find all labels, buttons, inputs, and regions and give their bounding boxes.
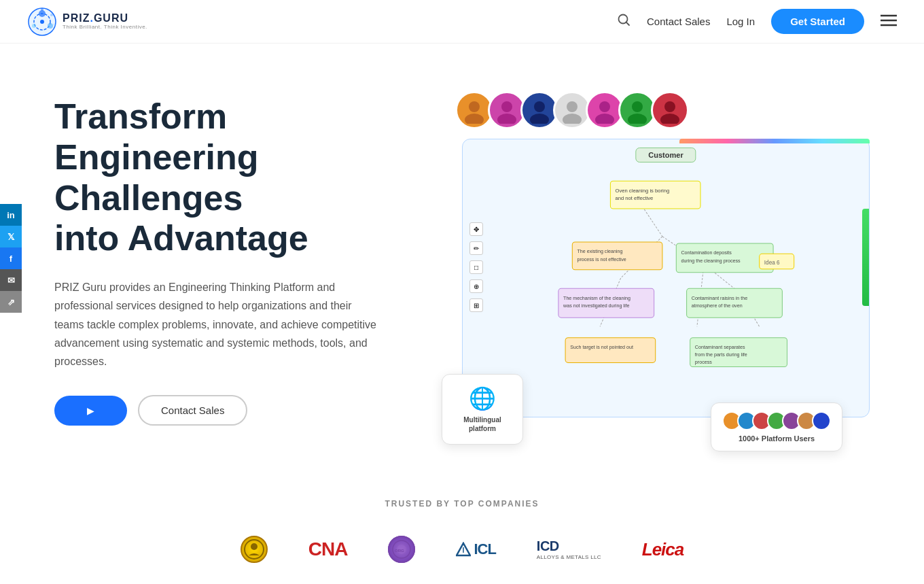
linkedin-button[interactable]: in bbox=[0, 204, 22, 226]
logo-item bbox=[241, 536, 268, 563]
nav-contact-sales[interactable]: Contact Sales bbox=[647, 16, 710, 27]
svg-text:Contaminant separates: Contaminant separates bbox=[695, 345, 745, 350]
svg-line-10 bbox=[626, 22, 630, 26]
contact-sales-button[interactable]: Contact Sales bbox=[138, 395, 247, 426]
svg-point-5 bbox=[40, 20, 44, 24]
customer-label: Customer bbox=[635, 148, 696, 162]
logo[interactable]: PRIZ.GURU Think Brilliant. Think Inventi… bbox=[27, 7, 147, 37]
search-icon[interactable] bbox=[617, 13, 630, 30]
logo-item: ICD ALLOYS & METALS LLC bbox=[537, 536, 601, 563]
trusted-section: TRUSTED BY TOP COMPANIES CNA bbox=[0, 465, 924, 584]
tool-pencil[interactable]: ✏ bbox=[469, 241, 483, 255]
svg-point-59 bbox=[251, 543, 257, 550]
logo-item: CNA bbox=[308, 536, 348, 563]
facebook-button[interactable]: f bbox=[0, 247, 22, 269]
cna-logo: CNA bbox=[308, 538, 348, 560]
tool-cursor[interactable]: ✥ bbox=[469, 222, 483, 236]
svg-text:Oven cleaning is boring: Oven cleaning is boring bbox=[616, 188, 670, 194]
logo-item: Leica bbox=[642, 536, 684, 563]
company1-logo bbox=[241, 536, 268, 563]
twitter-button[interactable]: 𝕏 bbox=[0, 226, 22, 247]
leica-logo: Leica bbox=[642, 539, 684, 560]
svg-text:Idea 6: Idea 6 bbox=[764, 260, 780, 266]
canvas-toolbar: ✥ ✏ □ ⊕ ⊞ bbox=[469, 222, 483, 312]
svg-point-15 bbox=[465, 114, 484, 124]
avatar bbox=[651, 91, 689, 129]
svg-point-21 bbox=[563, 114, 582, 124]
share-button[interactable]: ⇗ bbox=[0, 291, 22, 313]
svg-point-3 bbox=[48, 23, 53, 29]
get-started-button[interactable]: Get Started bbox=[771, 9, 864, 34]
svg-text:from the parts during life: from the parts during life bbox=[695, 352, 747, 358]
nav-actions: Contact Sales Log In Get Started bbox=[617, 9, 897, 34]
hero-content: Transform Engineering Challenges into Ad… bbox=[54, 97, 408, 426]
multilingual-label: Multilingual platform bbox=[456, 415, 509, 433]
hero-description: PRIZ Guru provides an Engineering Thinki… bbox=[54, 278, 380, 371]
logo-item: ORG bbox=[388, 536, 415, 563]
svg-text:Such target is not pointed out: Such target is not pointed out bbox=[570, 345, 633, 350]
svg-point-25 bbox=[628, 114, 647, 124]
hamburger-menu[interactable] bbox=[881, 13, 897, 31]
svg-point-18 bbox=[534, 101, 545, 112]
svg-point-22 bbox=[599, 101, 610, 112]
svg-text:The mechanism of the cleaning: The mechanism of the cleaning bbox=[563, 296, 630, 301]
hero-section: Transform Engineering Challenges into Ad… bbox=[0, 44, 924, 465]
svg-text:and not effective: and not effective bbox=[616, 195, 654, 201]
svg-point-8 bbox=[54, 23, 56, 25]
hero-actions: ▶ Contact Sales bbox=[54, 395, 408, 426]
svg-point-20 bbox=[567, 101, 578, 112]
users-badge: 1000+ Platform Users bbox=[711, 402, 842, 451]
trusted-title: TRUSTED BY TOP COMPANIES bbox=[54, 499, 870, 509]
svg-text:ORG: ORG bbox=[395, 549, 404, 553]
user-avatar bbox=[812, 411, 831, 430]
logo-item: ICL bbox=[456, 536, 495, 563]
social-sidebar: in 𝕏 f ✉ ⇗ bbox=[0, 204, 22, 313]
multilingual-badge: 🌐 Multilingual platform bbox=[442, 374, 523, 445]
svg-point-16 bbox=[501, 101, 512, 112]
svg-rect-50 bbox=[565, 338, 656, 363]
users-avatar-row bbox=[722, 411, 831, 430]
globe-icon: 🌐 bbox=[456, 385, 509, 411]
hero-title: Transform Engineering Challenges into Ad… bbox=[54, 97, 408, 259]
svg-text:Contamination deposits: Contamination deposits bbox=[681, 250, 732, 256]
svg-point-14 bbox=[469, 101, 480, 112]
svg-text:during the cleaning process: during the cleaning process bbox=[681, 258, 741, 264]
users-count-label: 1000+ Platform Users bbox=[739, 434, 815, 443]
svg-point-4 bbox=[32, 24, 36, 28]
svg-text:atmosphere of the oven: atmosphere of the oven bbox=[692, 303, 743, 309]
canvas-svg: Oven cleaning is boring and not effectiv… bbox=[463, 139, 869, 417]
icd-logo: ICD bbox=[537, 538, 559, 554]
svg-point-2 bbox=[39, 10, 46, 17]
email-button[interactable]: ✉ bbox=[0, 269, 22, 291]
play-button[interactable]: ▶ bbox=[54, 396, 127, 426]
navigation: PRIZ.GURU Think Brilliant. Think Inventi… bbox=[0, 0, 924, 44]
hero-illustration: Customer ✥ ✏ □ ⊕ ⊞ bbox=[435, 84, 870, 438]
tool-zoom[interactable]: ⊞ bbox=[469, 298, 483, 312]
icl-logo: ICL bbox=[474, 540, 495, 558]
svg-point-6 bbox=[41, 8, 43, 11]
tool-shape[interactable]: □ bbox=[469, 260, 483, 274]
svg-text:process: process bbox=[695, 360, 712, 365]
logos-row: CNA ORG ICL bbox=[54, 536, 870, 563]
svg-point-23 bbox=[595, 114, 614, 124]
svg-rect-38 bbox=[572, 242, 662, 270]
tool-text[interactable]: ⊕ bbox=[469, 279, 483, 293]
svg-text:The existing cleaning: The existing cleaning bbox=[577, 249, 622, 254]
play-icon: ▶ bbox=[87, 405, 94, 416]
svg-point-19 bbox=[530, 114, 549, 124]
icd-sub: ALLOYS & METALS LLC bbox=[537, 554, 601, 560]
company3-logo: ORG bbox=[388, 536, 415, 563]
nav-login[interactable]: Log In bbox=[726, 16, 755, 27]
svg-text:process is not effective: process is not effective bbox=[577, 257, 626, 262]
svg-text:Contaminant raisins in the: Contaminant raisins in the bbox=[692, 296, 747, 301]
svg-point-26 bbox=[664, 101, 675, 112]
svg-text:was not investigated during li: was not investigated during life bbox=[563, 303, 629, 309]
svg-point-27 bbox=[660, 114, 679, 124]
svg-point-24 bbox=[632, 101, 643, 112]
svg-point-7 bbox=[50, 14, 53, 16]
avatar-row bbox=[455, 91, 689, 129]
svg-point-17 bbox=[497, 114, 516, 124]
logo-tagline: Think Brilliant. Think Inventive. bbox=[63, 24, 147, 31]
